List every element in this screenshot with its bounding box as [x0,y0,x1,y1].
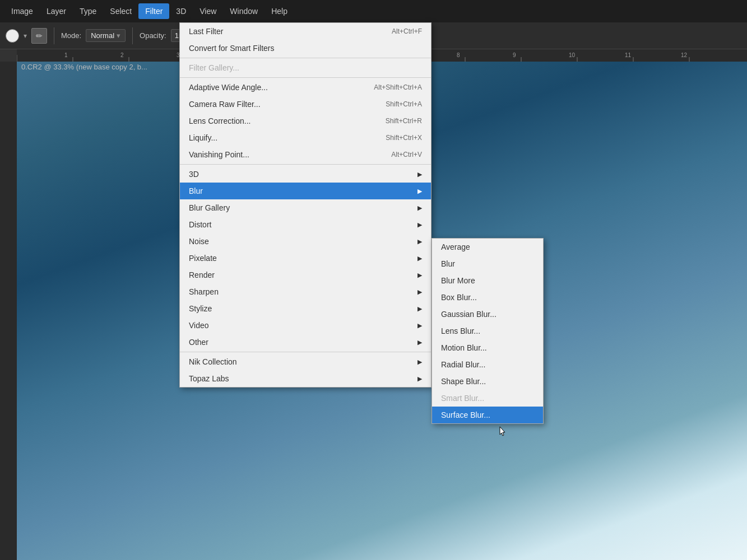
blur-submenu-surface-blur[interactable]: Surface Blur... [432,407,543,423]
filter-menu-sharpen[interactable]: Sharpen ▶ [180,283,431,300]
menu-bar: Image Layer Type Select Filter 3D View W… [0,0,747,22]
brush-preview [6,29,19,43]
document-title: 0.CR2 @ 33.3% (new base copy 2, b... [17,62,152,72]
filter-menu-render[interactable]: Render ▶ [180,267,431,283]
blur-submenu-box-blur[interactable]: Box Blur... [432,289,543,306]
filter-menu-adaptive-wide[interactable]: Adaptive Wide Angle... Alt+Shift+Ctrl+A [180,79,431,96]
ruler-corner [0,49,17,62]
blur-submenu-blur-more[interactable]: Blur More [432,272,543,289]
svg-text:10: 10 [569,52,576,58]
filter-menu-lens-correction[interactable]: Lens Correction... Shift+Ctrl+R [180,113,431,129]
svg-text:9: 9 [513,52,516,58]
mode-select[interactable]: Normal ▾ [86,29,126,42]
blur-submenu-smart-blur: Smart Blur... [432,390,543,407]
menu-item-help[interactable]: Help [265,3,294,19]
filter-menu-other[interactable]: Other ▶ [180,334,431,351]
svg-text:8: 8 [457,52,460,58]
brush-dropdown: ▾ [24,32,27,40]
filter-menu-camera-raw[interactable]: Camera Raw Filter... Shift+Ctrl+A [180,96,431,113]
menu-item-type[interactable]: Type [73,3,103,19]
filter-menu-convert-smart[interactable]: Convert for Smart Filters [180,40,431,57]
menu-separator-3 [180,164,431,165]
blur-submenu-gaussian-blur[interactable]: Gaussian Blur... [432,306,543,323]
filter-menu-stylize[interactable]: Stylize ▶ [180,300,431,317]
svg-text:1: 1 [64,52,68,58]
filter-menu-noise[interactable]: Noise ▶ [180,233,431,250]
svg-text:2: 2 [120,52,124,58]
menu-item-window[interactable]: Window [223,3,265,19]
blur-submenu-motion-blur[interactable]: Motion Blur... [432,339,543,356]
filter-menu-vanishing-point[interactable]: Vanishing Point... Alt+Ctrl+V [180,146,431,163]
ruler-vertical [0,49,17,560]
filter-menu-nik[interactable]: Nik Collection ▶ [180,353,431,370]
blur-submenu-radial-blur[interactable]: Radial Blur... [432,356,543,373]
svg-text:12: 12 [681,52,688,58]
blur-submenu-average[interactable]: Average [432,239,543,255]
blur-submenu-blur[interactable]: Blur [432,255,543,272]
brush-settings-icon[interactable]: ✏ [31,28,47,44]
menu-separator-2 [180,77,431,78]
filter-menu-blur-gallery[interactable]: Blur Gallery ▶ [180,199,431,216]
mode-label: Mode: [61,31,81,40]
filter-menu-distort[interactable]: Distort ▶ [180,216,431,233]
svg-text:11: 11 [625,52,632,58]
menu-item-layer[interactable]: Layer [40,3,73,19]
menu-item-image[interactable]: Image [4,3,40,19]
svg-rect-18 [0,62,17,560]
filter-menu-video[interactable]: Video ▶ [180,317,431,334]
menu-item-3d[interactable]: 3D [169,3,193,19]
filter-menu-topaz[interactable]: Topaz Labs ▶ [180,370,431,387]
menu-separator-4 [180,352,431,352]
menu-item-filter[interactable]: Filter [138,3,169,19]
menu-item-view[interactable]: View [193,3,223,19]
blur-submenu-lens-blur[interactable]: Lens Blur... [432,323,543,339]
opacity-label: Opacity: [140,31,166,40]
blur-submenu-shape-blur[interactable]: Shape Blur... [432,373,543,390]
filter-menu-3d[interactable]: 3D ▶ [180,166,431,183]
filter-menu-liquify[interactable]: Liquify... Shift+Ctrl+X [180,129,431,146]
filter-menu-last-filter[interactable]: Last Filter Alt+Ctrl+F [180,23,431,40]
filter-menu: Last Filter Alt+Ctrl+F Convert for Smart… [179,22,432,388]
menu-item-select[interactable]: Select [103,3,138,19]
blur-submenu: Average Blur Blur More Box Blur... Gauss… [432,238,544,424]
filter-menu-filter-gallery: Filter Gallery... [180,59,431,76]
filter-menu-pixelate[interactable]: Pixelate ▶ [180,250,431,267]
menu-separator-1 [180,58,431,58]
filter-menu-blur[interactable]: Blur ▶ [180,183,431,199]
